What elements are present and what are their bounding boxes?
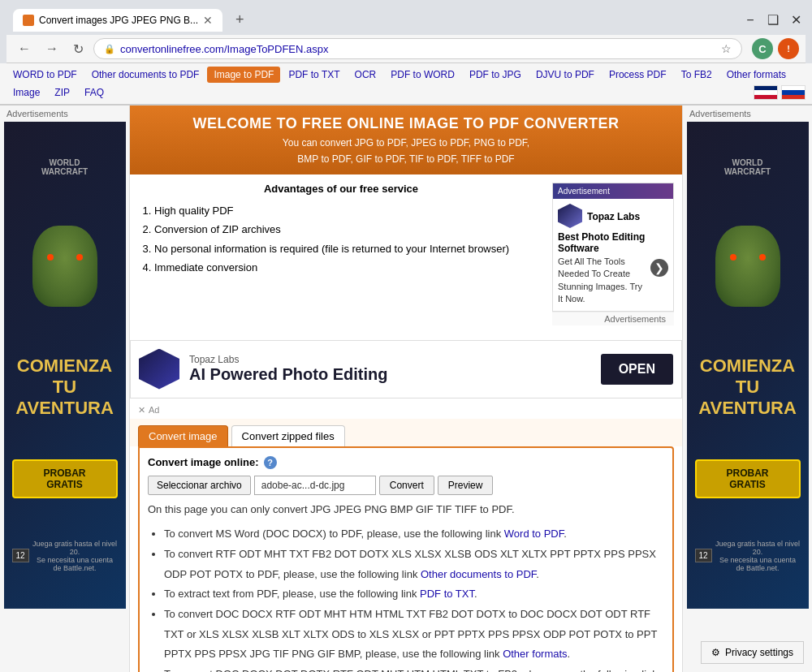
- word-to-pdf-link[interactable]: Word to PDF: [504, 528, 564, 540]
- convert-zipped-tab[interactable]: Convert zipped files: [231, 425, 345, 446]
- left-ad-block[interactable]: WORLDWARCRAFT COMIENZA TU AVENTURA PROBA…: [4, 122, 126, 609]
- inner-ad-company: Topaz Labs: [587, 211, 640, 222]
- tab-close-btn[interactable]: ✕: [203, 14, 213, 27]
- ad-cta-line3: AVENTURA: [15, 398, 114, 419]
- advantage-item: Conversion of ZIP archives: [154, 220, 544, 239]
- file-name-display: adobe-ac...d-dc.jpg: [254, 476, 376, 495]
- inner-top-ad[interactable]: Advertisement Topaz Labs Best Photo Edit…: [552, 183, 674, 325]
- inner-ad-title: Best Photo Editing Software: [558, 231, 668, 254]
- minimize-btn[interactable]: −: [741, 11, 760, 30]
- inner-banner-open-btn[interactable]: OPEN: [601, 354, 673, 385]
- help-icon[interactable]: ?: [264, 456, 277, 469]
- inner-ad-arrow-btn[interactable]: ❯: [650, 259, 668, 277]
- list-item: To convert DOC DOCX RTF ODT MHT HTM HTML…: [164, 605, 664, 665]
- select-file-btn[interactable]: Seleccionar archivo: [148, 476, 251, 495]
- inner-banner-text: Topaz Labs AI Powered Photo Editing: [189, 354, 591, 384]
- profile-btn[interactable]: C: [752, 38, 773, 59]
- right-ad-cta-btn[interactable]: PROBAR GRATIS: [695, 459, 801, 498]
- convert-tabs: Convert image Convert zipped files: [130, 419, 682, 446]
- ad-cta-line3-r: AVENTURA: [698, 398, 797, 419]
- nav-menu: WORD to PDF Other documents to PDF Image…: [0, 63, 812, 106]
- right-ad-label: Advertisements: [683, 106, 812, 122]
- orc-graphic-right: [715, 226, 780, 307]
- convert-panel: Convert image online: ? Seleccionar arch…: [138, 446, 674, 672]
- left-advertisement: Advertisements WORLDWARCRAFT COMIENZA TU…: [0, 106, 130, 672]
- nav-pdf-to-jpg[interactable]: PDF to JPG: [463, 67, 528, 83]
- nav-pdf-to-word[interactable]: PDF to WORD: [384, 67, 461, 83]
- browser-tab[interactable]: Convert images JPG JPEG PNG B... ✕: [13, 9, 222, 32]
- welcome-title: WELCOME TO FREE ONLINE IMAGE TO PDF CONV…: [146, 115, 666, 132]
- welcome-subtitle1: You can convert JPG to PDF, JPEG to PDF,…: [146, 137, 666, 149]
- inner-banner-title: AI Powered Photo Editing: [189, 365, 591, 384]
- nav-to-fb2[interactable]: To FB2: [675, 67, 719, 83]
- nav-image-to-pdf[interactable]: Image to PDF: [207, 67, 280, 83]
- adchoices-label: Ad: [149, 405, 159, 415]
- inner-ad-text: Get All The Tools Needed To Create Stunn…: [558, 256, 647, 306]
- nav-image[interactable]: Image: [6, 84, 46, 101]
- nav-word-to-pdf[interactable]: WORD to PDF: [6, 67, 84, 83]
- ad-disclaimer: Juega gratis hasta el nivel 20.Se necesi…: [32, 540, 118, 572]
- left-ad-label: Advertisements: [0, 106, 129, 122]
- nav-other-formats[interactable]: Other formats: [720, 67, 793, 83]
- inner-banner-company: Topaz Labs: [189, 354, 591, 365]
- file-select-row: Seleccionar archivo adobe-ac...d-dc.jpg …: [148, 476, 664, 495]
- address-text: convertonlinefree.com/ImageToPDFEN.aspx: [120, 43, 716, 55]
- nav-ocr[interactable]: OCR: [348, 67, 383, 83]
- info-list: To convert MS Word (DOC DOCX) to PDF, pl…: [148, 524, 664, 672]
- welcome-banner: WELCOME TO FREE ONLINE IMAGE TO PDF CONV…: [130, 106, 682, 174]
- orc-graphic: [32, 226, 97, 307]
- welcome-subtitle2: BMP to PDF, GIF to PDF, TIF to PDF, TIFF…: [146, 153, 666, 165]
- bookmark-icon[interactable]: ☆: [721, 42, 732, 55]
- list-item: To convert DOC DOCX DOT DOTX RTF ODT MHT…: [164, 665, 664, 672]
- new-tab-btn[interactable]: +: [229, 8, 251, 32]
- pdf-to-txt-link[interactable]: PDF to TXT: [420, 588, 474, 600]
- refresh-btn[interactable]: ↻: [68, 40, 89, 58]
- advantages-list: High quality PDF Conversion of ZIP archi…: [138, 201, 544, 278]
- right-ad-disclaimer: Juega gratis hasta el nivel 20.Se necesi…: [715, 540, 801, 572]
- inner-banner-logo: [139, 349, 179, 390]
- nav-pdf-to-txt[interactable]: PDF to TXT: [282, 67, 346, 83]
- tab-title: Convert images JPG JPEG PNG B...: [39, 15, 198, 26]
- advantage-item: High quality PDF: [154, 201, 544, 220]
- nav-other-docs[interactable]: Other documents to PDF: [85, 67, 206, 83]
- list-item: To extract text from PDF, please, use th…: [164, 584, 664, 605]
- privacy-settings-icon: ⚙: [711, 647, 720, 658]
- privacy-settings-label: Privacy settings: [725, 647, 793, 658]
- inner-banner-close[interactable]: ✕ Ad: [138, 405, 674, 416]
- center-content: WELCOME TO FREE ONLINE IMAGE TO PDF CONV…: [130, 106, 682, 672]
- convert-image-tab[interactable]: Convert image: [138, 425, 228, 446]
- convert-action-btn[interactable]: Convert: [379, 476, 434, 495]
- advantages-section: Advantages of our free service High qual…: [138, 183, 544, 325]
- lock-icon: 🔒: [104, 44, 115, 54]
- address-bar[interactable]: 🔒 convertonlinefree.com/ImageToPDFEN.asp…: [93, 38, 742, 59]
- maximize-btn[interactable]: ❑: [763, 11, 783, 30]
- nav-faq[interactable]: FAQ: [78, 84, 110, 101]
- age-badge: 12: [12, 549, 29, 562]
- extension-btn[interactable]: !: [778, 38, 799, 59]
- advantage-item: Immediate conversion: [154, 258, 544, 277]
- list-item: To convert RTF ODT MHT TXT FB2 DOT DOTX …: [164, 545, 664, 584]
- flag-uk[interactable]: [754, 85, 778, 100]
- other-formats-link[interactable]: Other formats: [503, 648, 567, 660]
- ad-cta-line2-r: TU: [698, 377, 797, 398]
- right-age-badge: 12: [695, 549, 712, 562]
- left-ad-cta-btn[interactable]: PROBAR GRATIS: [12, 459, 118, 498]
- forward-btn[interactable]: →: [41, 40, 63, 58]
- tab-favicon: [23, 15, 34, 26]
- flag-ru[interactable]: [781, 85, 806, 100]
- inner-ad-logo: [558, 204, 582, 228]
- back-btn[interactable]: ←: [13, 40, 36, 58]
- preview-btn[interactable]: Preview: [438, 476, 494, 495]
- formats-line: On this page you can only convert JPG JP…: [148, 502, 664, 519]
- privacy-settings-btn[interactable]: ⚙ Privacy settings: [701, 641, 804, 664]
- right-ad-block[interactable]: WORLDWARCRAFT COMIENZA TU AVENTURA PROBA…: [687, 122, 809, 609]
- convert-label: Convert image online:: [148, 456, 259, 468]
- nav-zip[interactable]: ZIP: [48, 84, 76, 101]
- nav-process-pdf[interactable]: Process PDF: [603, 67, 673, 83]
- close-btn[interactable]: ✕: [786, 11, 806, 30]
- other-docs-link[interactable]: Other documents to PDF: [421, 568, 536, 580]
- ad-cta-line1: COMIENZA: [15, 355, 114, 377]
- inner-banner-ad[interactable]: Topaz Labs AI Powered Photo Editing OPEN: [130, 340, 682, 398]
- nav-djvu-to-pdf[interactable]: DJVU to PDF: [529, 67, 601, 83]
- ad-cta-line2: TU: [15, 377, 114, 398]
